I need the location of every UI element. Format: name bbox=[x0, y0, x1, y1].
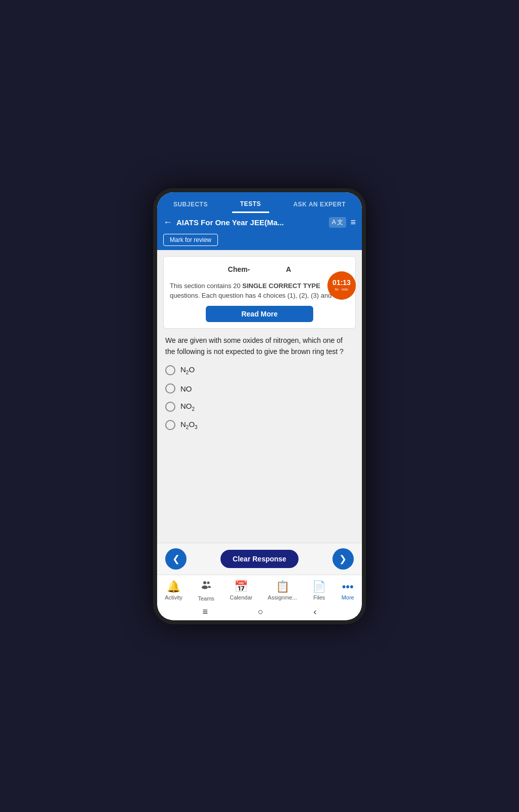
nav-item-teams[interactable]: Teams bbox=[198, 579, 214, 602]
nav-item-assignments[interactable]: 📋 Assignme... bbox=[268, 580, 296, 601]
menu-icon[interactable]: ≡ bbox=[350, 217, 356, 228]
timer-label: hr min bbox=[335, 287, 348, 292]
files-icon: 📄 bbox=[312, 580, 326, 593]
radio-option-4[interactable] bbox=[165, 420, 175, 430]
question-text: We are given with some oxides of nitroge… bbox=[163, 335, 356, 358]
read-more-button[interactable]: Read More bbox=[206, 306, 313, 322]
svg-point-2 bbox=[202, 585, 208, 589]
phone-screen: SUBJECTS TESTS ASK AN EXPERT ← AIATS For… bbox=[157, 192, 362, 620]
option-4[interactable]: N2O3 bbox=[165, 420, 354, 430]
system-home-button[interactable]: ○ bbox=[258, 607, 264, 617]
system-menu-button[interactable]: ≡ bbox=[202, 607, 208, 617]
option-1[interactable]: N2O bbox=[165, 365, 354, 375]
timer-badge: 01:13 hr min bbox=[327, 271, 356, 300]
teams-icon bbox=[200, 579, 212, 594]
tab-ask-expert[interactable]: ASK AN EXPERT bbox=[285, 197, 354, 212]
phone-frame: SUBJECTS TESTS ASK AN EXPERT ← AIATS For… bbox=[153, 188, 366, 624]
option-3[interactable]: NO2 bbox=[165, 402, 354, 412]
clear-response-button[interactable]: Clear Response bbox=[220, 550, 299, 568]
system-back-button[interactable]: ‹ bbox=[314, 607, 317, 617]
page-title: AIATS For One Year JEE(Ma... bbox=[176, 218, 325, 227]
tab-tests[interactable]: TESTS bbox=[232, 196, 269, 213]
options-list: N2O NO NO2 N2O3 bbox=[163, 365, 356, 430]
timer-time: 01:13 bbox=[332, 279, 351, 287]
section-title: Chem- A bbox=[170, 263, 349, 277]
prev-question-button[interactable]: ❮ bbox=[165, 548, 187, 570]
app-header: ← AIATS For One Year JEE(Ma... A 文 ≡ bbox=[157, 213, 362, 232]
nav-item-calendar[interactable]: 📅 Calendar bbox=[230, 580, 252, 601]
section-description: This section contains 20 SINGLE CORRECT … bbox=[170, 281, 349, 301]
svg-point-0 bbox=[203, 581, 206, 584]
assignments-label: Assignme... bbox=[268, 594, 296, 601]
radio-option-3[interactable] bbox=[165, 402, 175, 412]
more-label: More bbox=[342, 594, 354, 601]
activity-icon: 🔔 bbox=[167, 580, 180, 593]
mark-review-button[interactable]: Mark for review bbox=[163, 234, 218, 246]
teams-label: Teams bbox=[198, 595, 214, 602]
tab-subjects[interactable]: SUBJECTS bbox=[165, 197, 216, 212]
nav-item-activity[interactable]: 🔔 Activity bbox=[165, 580, 182, 601]
assignments-icon: 📋 bbox=[276, 580, 289, 593]
svg-point-1 bbox=[207, 581, 209, 584]
back-button[interactable]: ← bbox=[163, 217, 172, 228]
system-nav-bar: ≡ ○ ‹ bbox=[157, 604, 362, 620]
option-2[interactable]: NO bbox=[165, 383, 354, 394]
more-icon: ••• bbox=[342, 580, 354, 593]
calendar-icon: 📅 bbox=[234, 580, 248, 593]
calendar-label: Calendar bbox=[230, 594, 252, 601]
option-4-label: N2O3 bbox=[180, 420, 198, 430]
nav-item-more[interactable]: ••• More bbox=[342, 580, 354, 601]
radio-option-1[interactable] bbox=[165, 365, 175, 375]
nav-item-files[interactable]: 📄 Files bbox=[312, 580, 326, 601]
mark-review-bar: Mark for review 01:13 hr min bbox=[157, 232, 362, 250]
files-label: Files bbox=[313, 594, 325, 601]
option-2-label: NO bbox=[180, 384, 192, 393]
language-badge[interactable]: A 文 bbox=[329, 217, 347, 228]
option-3-label: NO2 bbox=[180, 402, 195, 412]
section-info-card: Chem- A This section contains 20 SINGLE … bbox=[163, 256, 356, 329]
top-nav: SUBJECTS TESTS ASK AN EXPERT bbox=[157, 192, 362, 213]
activity-label: Activity bbox=[165, 594, 182, 601]
redacted-block bbox=[253, 263, 283, 277]
bottom-action-bar: ❮ Clear Response ❯ bbox=[157, 543, 362, 575]
next-question-button[interactable]: ❯ bbox=[332, 548, 354, 570]
option-1-label: N2O bbox=[180, 365, 195, 375]
radio-option-2[interactable] bbox=[165, 383, 175, 394]
bottom-nav: 🔔 Activity Teams 📅 Calendar bbox=[157, 575, 362, 604]
